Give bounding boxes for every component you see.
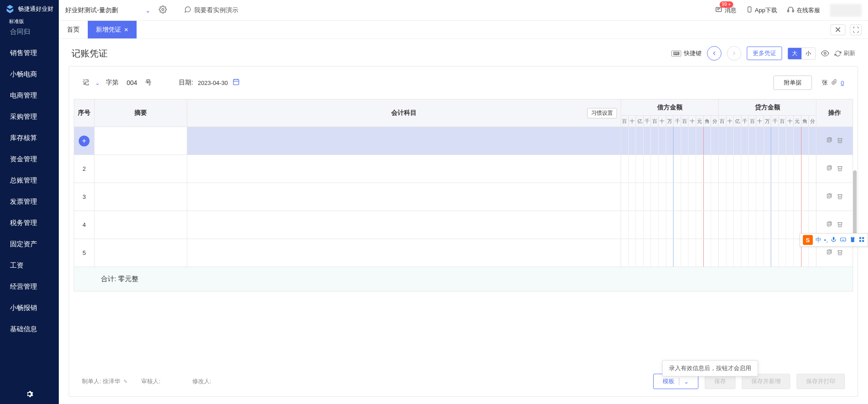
tab-new-voucher[interactable]: 新增凭证 ✕ bbox=[88, 21, 137, 38]
copy-row-icon[interactable] bbox=[826, 165, 832, 173]
table-row[interactable]: 4 bbox=[74, 211, 853, 239]
settings-icon[interactable] bbox=[159, 5, 167, 15]
sidebar-item[interactable]: 采购管理 bbox=[0, 106, 59, 127]
edit-icon[interactable]: ✎ bbox=[123, 379, 128, 384]
more-vouchers-button[interactable]: 更多凭证 bbox=[747, 47, 782, 60]
scrollbar[interactable] bbox=[853, 170, 857, 243]
delete-row-icon[interactable] bbox=[837, 249, 843, 257]
abstract-cell[interactable] bbox=[95, 127, 187, 155]
delete-row-icon[interactable] bbox=[837, 137, 843, 145]
sidebar-item[interactable]: 经营管理 bbox=[0, 276, 59, 297]
sidebar-settings[interactable] bbox=[0, 385, 59, 404]
row-seq: 4 bbox=[74, 211, 95, 239]
sidebar-item[interactable]: 资金管理 bbox=[0, 149, 59, 170]
ime-keyboard-icon[interactable] bbox=[840, 236, 847, 244]
sidebar-item[interactable]: 小畅电商 bbox=[0, 64, 59, 85]
shortcut-hint[interactable]: ⌨ 快捷键 bbox=[671, 49, 702, 57]
fullscreen-icon[interactable]: ⛶ bbox=[850, 24, 862, 35]
table-row[interactable]: + bbox=[74, 127, 853, 155]
digit-header: 万 bbox=[666, 116, 674, 127]
close-icon[interactable]: ✕ bbox=[124, 27, 128, 33]
voucher-type[interactable]: 记 bbox=[83, 79, 89, 87]
delete-row-icon[interactable] bbox=[837, 221, 843, 229]
tab-home[interactable]: 首页 bbox=[59, 21, 88, 38]
ime-bar: S 中 •, bbox=[800, 233, 868, 247]
copy-row-icon[interactable] bbox=[826, 137, 832, 145]
copy-row-icon[interactable] bbox=[826, 249, 832, 257]
ime-shirt-icon[interactable] bbox=[849, 236, 856, 244]
action-cell bbox=[816, 127, 853, 155]
size-small[interactable]: 小 bbox=[802, 48, 815, 59]
account-cell[interactable] bbox=[187, 211, 621, 239]
abstract-cell[interactable] bbox=[95, 155, 187, 183]
habit-settings-button[interactable]: 习惯设置 bbox=[587, 108, 617, 118]
clip-count[interactable]: 0 bbox=[841, 80, 844, 86]
ime-punct[interactable]: •, bbox=[824, 237, 828, 244]
abstract-cell[interactable] bbox=[95, 183, 187, 211]
copy-row-icon[interactable] bbox=[826, 221, 832, 229]
voucher-date[interactable]: 2023-04-30 bbox=[198, 80, 228, 86]
sidebar-item-clipped[interactable]: 合同归 bbox=[0, 28, 59, 42]
sidebar-item[interactable]: 库存核算 bbox=[0, 127, 59, 149]
service-link[interactable]: 在线客服 bbox=[787, 6, 820, 14]
sidebar-item[interactable]: 销售管理 bbox=[0, 42, 59, 64]
ime-voice-icon[interactable] bbox=[830, 236, 837, 244]
abstract-cell[interactable] bbox=[95, 239, 187, 267]
ime-grid-icon[interactable] bbox=[859, 236, 865, 244]
sidebar-item[interactable]: 发票管理 bbox=[0, 191, 59, 212]
debit-cell[interactable] bbox=[621, 211, 719, 239]
messages-link[interactable]: 99 + 消息 bbox=[715, 6, 736, 14]
sidebar-item[interactable]: 小畅报销 bbox=[0, 297, 59, 319]
ime-lang[interactable]: 中 bbox=[816, 236, 821, 244]
credit-cell[interactable] bbox=[719, 127, 816, 155]
sidebar-item[interactable]: 基础信息 bbox=[0, 319, 59, 340]
refresh-button[interactable]: 刷新 bbox=[835, 49, 855, 57]
svg-rect-26 bbox=[840, 238, 846, 241]
row-seq: 5 bbox=[74, 239, 95, 267]
debit-cell[interactable] bbox=[621, 155, 719, 183]
table-row[interactable]: 2 bbox=[74, 155, 853, 183]
badge: 99 + bbox=[720, 1, 733, 8]
debit-cell[interactable] bbox=[621, 127, 719, 155]
copy-row-icon[interactable] bbox=[826, 193, 832, 201]
account-cell[interactable] bbox=[187, 127, 621, 155]
sidebar-item[interactable]: 电商管理 bbox=[0, 85, 59, 106]
debit-cell[interactable] bbox=[621, 183, 719, 211]
preview-button[interactable] bbox=[821, 49, 829, 57]
credit-cell[interactable] bbox=[719, 183, 816, 211]
sidebar-item[interactable]: 工资 bbox=[0, 255, 59, 276]
debit-cell[interactable] bbox=[621, 239, 719, 267]
demo-link[interactable]: 我要看实例演示 bbox=[184, 6, 238, 14]
sidebar-item[interactable]: 总账管理 bbox=[0, 170, 59, 191]
abstract-input[interactable] bbox=[95, 127, 187, 155]
table-row[interactable]: 5 bbox=[74, 239, 853, 267]
abstract-cell[interactable] bbox=[95, 211, 187, 239]
voucher-number[interactable]: 004 bbox=[127, 79, 137, 86]
delete-row-icon[interactable] bbox=[837, 165, 843, 173]
account-cell[interactable] bbox=[187, 155, 621, 183]
attach-button[interactable]: 附单据 bbox=[773, 75, 812, 90]
add-row-button[interactable]: + bbox=[79, 136, 90, 146]
digit-header: 角 bbox=[704, 116, 711, 127]
size-large[interactable]: 大 bbox=[788, 48, 802, 59]
next-button[interactable] bbox=[727, 46, 741, 61]
sidebar-item[interactable]: 固定资产 bbox=[0, 234, 59, 255]
close-all-tabs[interactable]: ✕ bbox=[830, 24, 845, 35]
org-selector[interactable]: 好业财测试-量勿删 ⌄ bbox=[65, 6, 151, 14]
credit-cell[interactable] bbox=[719, 155, 816, 183]
sidebar-item[interactable]: 税务管理 bbox=[0, 212, 59, 234]
delete-row-icon[interactable] bbox=[837, 193, 843, 201]
refresh-icon bbox=[835, 50, 841, 57]
ime-logo[interactable]: S bbox=[803, 235, 813, 245]
chevron-down-icon[interactable]: ⌄ bbox=[95, 80, 100, 86]
sidebar: 畅捷通好业财 标准版 合同归 销售管理 小畅电商 电商管理 采购管理 库存核算 … bbox=[0, 0, 59, 404]
table-row[interactable]: 3 bbox=[74, 183, 853, 211]
account-cell[interactable] bbox=[187, 239, 621, 267]
prev-button[interactable] bbox=[707, 46, 721, 61]
digit-header: 十 bbox=[629, 116, 636, 127]
digit-header: 万 bbox=[764, 116, 772, 127]
account-cell[interactable] bbox=[187, 183, 621, 211]
avatar[interactable] bbox=[830, 4, 862, 17]
app-download-link[interactable]: App下载 bbox=[746, 6, 777, 14]
calendar-icon[interactable] bbox=[232, 78, 240, 87]
